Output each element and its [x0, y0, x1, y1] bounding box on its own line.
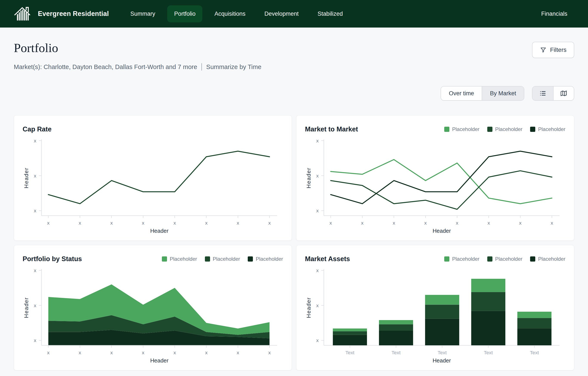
page-header: Portfolio Filters Market(s): Charlotte, … — [0, 28, 588, 71]
x-tick-label: Text — [484, 350, 493, 355]
x-tick-label: Text — [345, 350, 355, 355]
view-controls: Over time By Market — [0, 86, 588, 101]
series-line — [331, 151, 552, 204]
x-tick-label: x — [519, 220, 522, 226]
nav-item-development[interactable]: Development — [258, 5, 306, 22]
legend-item: Placeholder — [444, 126, 480, 132]
card-portfolio-by-status: Portfolio by Status PlaceholderPlacehold… — [14, 245, 292, 370]
bar-segment — [333, 331, 367, 335]
x-tick-label: x — [237, 350, 239, 355]
card-market-to-market: Market to Market PlaceholderPlaceholderP… — [296, 115, 574, 241]
x-tick-label: x — [268, 350, 271, 355]
x-tick-label: x — [142, 220, 144, 226]
x-tick-label: x — [47, 350, 50, 355]
x-tick-label: x — [330, 220, 332, 226]
y-tick-label: x — [316, 268, 319, 273]
list-icon — [539, 90, 546, 97]
time-market-toggle: Over time By Market — [440, 86, 524, 101]
legend-swatch — [444, 256, 449, 261]
bar-segment — [379, 331, 413, 345]
series-line — [48, 151, 270, 204]
x-axis-title: Header — [433, 228, 451, 234]
y-tick-label: x — [34, 268, 36, 273]
y-tick-label: x — [316, 303, 319, 308]
x-axis-title: Header — [150, 357, 169, 364]
legend-label: Placeholder — [538, 256, 565, 262]
x-tick-label: x — [205, 350, 208, 355]
x-tick-label: x — [424, 220, 427, 226]
y-tick-label: x — [316, 138, 319, 144]
chart-legend: PlaceholderPlaceholderPlaceholder — [162, 256, 283, 262]
subtitle-markets: Market(s): Charlotte, Dayton Beach, Dall… — [14, 63, 197, 71]
x-tick-label: x — [142, 350, 144, 355]
chart-title: Market Assets — [305, 255, 350, 263]
x-tick-label: Text — [438, 350, 447, 355]
legend-label: Placeholder — [495, 126, 523, 132]
legend-label: Placeholder — [538, 126, 565, 132]
market-to-market-chart: xxxxxxxxxxxHeaderHeader — [305, 136, 565, 234]
portfolio-by-status-chart: xxxxxxxxxxxHeaderHeader — [23, 266, 283, 364]
legend-item: Placeholder — [248, 256, 283, 262]
subtitle-divider — [202, 63, 202, 71]
toggle-by-market[interactable]: By Market — [482, 86, 524, 100]
chart-legend: PlaceholderPlaceholderPlaceholder — [444, 256, 565, 262]
bar-segment — [425, 319, 459, 345]
x-tick-label: x — [237, 220, 239, 226]
filters-button[interactable]: Filters — [532, 42, 574, 58]
subtitle-summarize: Summarize by Time — [206, 63, 261, 71]
bar-segment — [517, 312, 552, 318]
y-tick-label: x — [316, 208, 319, 213]
nav-item-stabilized[interactable]: Stabilized — [311, 5, 350, 22]
card-cap-rate: Cap Rate xxxxxxxxxxxHeaderHeader — [14, 115, 292, 241]
x-tick-label: x — [79, 350, 81, 355]
legend-item: Placeholder — [487, 256, 523, 262]
legend-swatch — [444, 127, 449, 132]
nav-item-summary[interactable]: Summary — [124, 5, 162, 22]
x-tick-label: Text — [392, 350, 401, 355]
charts-grid: Cap Rate xxxxxxxxxxxHeaderHeader Market … — [0, 115, 588, 370]
legend-item: Placeholder — [162, 256, 197, 262]
y-tick-label: x — [34, 138, 36, 144]
x-tick-label: x — [488, 220, 490, 226]
card-market-assets: Market Assets PlaceholderPlaceholderPlac… — [296, 245, 574, 370]
x-tick-label: Text — [530, 350, 539, 355]
y-tick-label: x — [34, 303, 36, 308]
toggle-over-time[interactable]: Over time — [441, 86, 482, 100]
nav-item-portfolio[interactable]: Portfolio — [167, 5, 202, 22]
house-icon — [14, 5, 33, 23]
bar-segment — [517, 318, 552, 328]
y-axis-title: Header — [23, 167, 29, 188]
y-tick-label: x — [34, 337, 36, 343]
chart-title: Market to Market — [305, 125, 358, 133]
bar-segment — [471, 292, 505, 311]
chart-title: Portfolio by Status — [23, 255, 82, 263]
map-icon — [560, 90, 567, 97]
y-axis-title: Header — [306, 167, 312, 188]
page-subtitle: Market(s): Charlotte, Dayton Beach, Dall… — [14, 63, 574, 71]
x-tick-label: x — [47, 220, 50, 226]
x-axis-title: Header — [150, 228, 169, 234]
bar-segment — [379, 320, 413, 324]
x-tick-label: x — [361, 220, 364, 226]
x-axis-title: Header — [433, 357, 451, 364]
series-line — [331, 160, 552, 204]
legend-label: Placeholder — [213, 256, 240, 262]
nav-item-acquisitions[interactable]: Acquisitions — [207, 5, 252, 22]
map-view-button[interactable] — [553, 86, 574, 100]
y-tick-label: x — [34, 208, 36, 213]
x-tick-label: x — [110, 350, 113, 355]
chart-legend: PlaceholderPlaceholderPlaceholder — [444, 126, 565, 132]
legend-item: Placeholder — [205, 256, 240, 262]
bar-segment — [333, 335, 367, 345]
nav-item-financials[interactable]: Financials — [534, 5, 574, 22]
list-view-button[interactable] — [533, 86, 553, 100]
cap-rate-chart: xxxxxxxxxxxHeaderHeader — [23, 136, 283, 234]
x-tick-label: x — [456, 220, 459, 226]
legend-item: Placeholder — [530, 256, 565, 262]
filters-label: Filters — [550, 46, 567, 53]
bar-segment — [517, 328, 552, 345]
brand-logo[interactable]: Evergreen Residential — [14, 5, 109, 23]
bar-segment — [471, 311, 505, 345]
page-title: Portfolio — [14, 42, 58, 54]
legend-label: Placeholder — [452, 256, 480, 262]
